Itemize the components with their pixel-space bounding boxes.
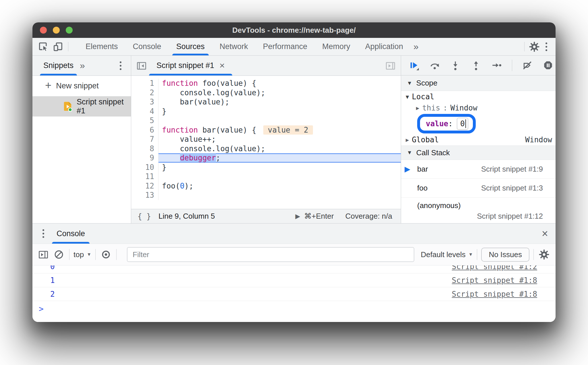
code-line: 1function foo(value) { (131, 79, 401, 88)
line-number[interactable]: 5 (131, 116, 158, 125)
new-snippet-button[interactable]: + New snippet (32, 76, 131, 96)
code-line: 3 bar(value); (131, 97, 401, 107)
editor-tab-script-snippet[interactable]: Script snippet #1 × (149, 56, 232, 75)
console-sidebar-icon (38, 249, 49, 260)
more-navigator-tabs-button[interactable]: » (77, 60, 88, 71)
console-messages: 0Script snippet #1:21Script snippet #1:8… (32, 265, 556, 322)
console-message-source-link[interactable]: Script snippet #1:8 (452, 290, 537, 298)
step-icon[interactable] (491, 60, 502, 71)
resume-script-icon[interactable] (409, 60, 419, 71)
run-snippet-hint: ▶ ⌘+Enter (295, 212, 334, 221)
no-issues-button[interactable]: No Issues (481, 248, 529, 262)
line-number[interactable]: 3 (131, 97, 158, 107)
console-message-source-link[interactable]: Script snippet #1:8 (452, 276, 537, 285)
step-over-icon[interactable] (429, 60, 440, 71)
console-toolbar-divider (95, 249, 96, 260)
value-edit-input[interactable]: 0 (457, 118, 468, 130)
line-number[interactable]: 9 (131, 153, 158, 163)
minimize-window-button[interactable] (53, 27, 60, 34)
expand-triangle-icon: ▶ (406, 137, 409, 143)
tab-console[interactable]: Console (125, 38, 169, 55)
debugger-toolbar-divider (512, 60, 512, 71)
main-menu-button[interactable] (541, 38, 552, 55)
line-number[interactable]: 8 (131, 144, 158, 154)
run-icon[interactable]: ▶ (295, 213, 300, 220)
tab-snippets[interactable]: Snippets (40, 56, 77, 75)
hide-navigator-button[interactable] (135, 60, 148, 71)
scope-this-row[interactable]: ▶ this: Window (401, 102, 556, 113)
callstack-frame[interactable]: (anonymous)Script snippet #1:12 (401, 198, 556, 223)
line-number[interactable]: 12 (131, 181, 158, 191)
console-prompt-chevron-icon: > (39, 304, 44, 314)
code-line: 12foo(0); (131, 181, 401, 191)
clear-console-button[interactable] (53, 249, 65, 260)
snippet-list-item[interactable]: Script snippet #1 (32, 96, 131, 117)
tab-memory[interactable]: Memory (315, 38, 358, 55)
show-console-sidebar-button[interactable] (37, 249, 50, 260)
inspect-element-button[interactable] (37, 38, 50, 55)
toolbar-divider (524, 42, 525, 51)
coverage-status: Coverage: n/a (345, 212, 392, 221)
callstack-frame[interactable]: fooScript snippet #1:3 (401, 179, 556, 198)
code-token: foo( (162, 182, 180, 190)
toggle-device-toolbar-button[interactable] (52, 38, 65, 55)
line-number[interactable]: 1 (131, 79, 158, 88)
tab-network[interactable]: Network (212, 38, 256, 55)
debugger-toolbar (401, 56, 556, 75)
more-tabs-button[interactable]: » (411, 38, 421, 55)
scope-local-row[interactable]: ▼ Local (401, 91, 556, 102)
pretty-print-icon[interactable]: { } (138, 212, 151, 221)
code-token: console.log(value); (162, 88, 265, 97)
line-number[interactable]: 11 (131, 172, 158, 181)
sources-panel: Snippets » + New snippet Script snippet (32, 56, 556, 223)
value-separator: : (448, 119, 453, 128)
show-debugger-sidebar-button[interactable] (384, 60, 397, 71)
code-token: function (162, 79, 198, 88)
tab-console[interactable]: Console (52, 224, 90, 244)
line-number[interactable]: 4 (131, 107, 158, 116)
settings-button[interactable] (528, 38, 541, 55)
close-drawer-icon[interactable]: × (542, 228, 548, 240)
toolbar-divider (68, 42, 68, 51)
close-tab-icon[interactable]: × (219, 60, 225, 71)
device-toolbar-icon (53, 41, 64, 53)
callstack-frame[interactable]: ▶barScript snippet #1:9 (401, 160, 556, 179)
tab-elements[interactable]: Elements (78, 38, 125, 55)
code-text (158, 191, 401, 200)
code-text: console.log(value); (158, 88, 401, 98)
create-live-expression-button[interactable] (100, 249, 112, 260)
deactivate-breakpoints-icon[interactable] (522, 60, 533, 71)
zoom-window-button[interactable] (66, 27, 73, 34)
filter-input[interactable] (127, 247, 414, 262)
callstack-section-header[interactable]: ▼ Call Stack (401, 145, 556, 160)
code-line: 2 console.log(value); (131, 88, 401, 98)
console-toolbar-divider (533, 249, 534, 260)
tab-application[interactable]: Application (358, 38, 411, 55)
line-number[interactable]: 13 (131, 191, 158, 200)
close-window-button[interactable] (40, 27, 47, 34)
context-selector[interactable]: top ▼ (74, 250, 91, 259)
log-levels-dropdown[interactable]: Default levels ▼ (421, 250, 473, 259)
inspect-cursor-icon (38, 41, 49, 53)
tab-performance[interactable]: Performance (256, 38, 315, 55)
step-out-icon[interactable] (471, 60, 481, 71)
drawer-menu-button[interactable] (38, 229, 49, 238)
navigator-menu-button[interactable] (115, 61, 126, 70)
snippet-name: Script snippet #1 (77, 98, 131, 115)
pause-on-exceptions-icon[interactable] (543, 60, 554, 71)
tab-sources[interactable]: Sources (169, 38, 212, 55)
code-editor[interactable]: 1function foo(value) {2 console.log(valu… (131, 76, 401, 209)
console-settings-button[interactable] (538, 248, 550, 261)
console-prompt[interactable]: > (32, 301, 556, 317)
scope-section-header[interactable]: ▼ Scope (401, 75, 556, 91)
scope-global-row[interactable]: ▶ Global Window (401, 134, 556, 145)
line-number[interactable]: 2 (131, 88, 158, 98)
line-number[interactable]: 10 (131, 163, 158, 172)
console-toolbar: top ▼ Default levels ▼ No Issues (32, 244, 556, 265)
console-message-source-link[interactable]: Script snippet #1:2 (452, 265, 537, 271)
step-into-icon[interactable] (450, 60, 461, 71)
devtools-body: Snippets » + New snippet Script snippet (32, 56, 556, 322)
scope-value-row: value : 0 (401, 113, 556, 134)
line-number[interactable]: 7 (131, 135, 158, 144)
line-number[interactable]: 6 (131, 125, 158, 135)
